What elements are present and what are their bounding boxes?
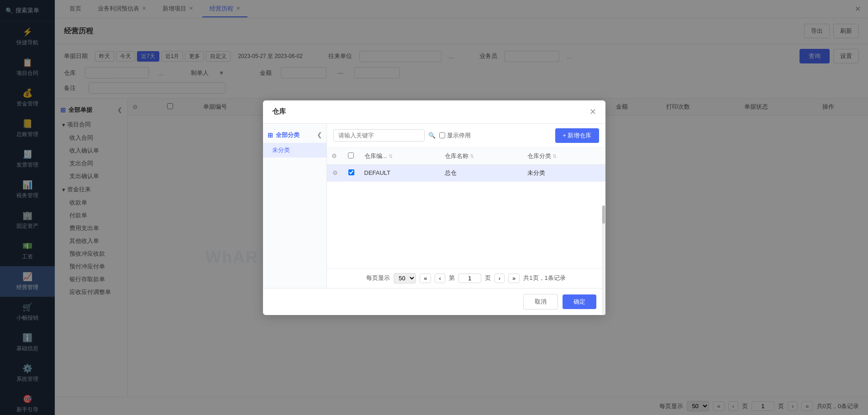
row-name-cell: 总仓 [440,164,523,181]
modal-per-page-select[interactable]: 50 [394,273,416,284]
warehouse-modal: 仓库 ✕ ⊞ 全部分类 ❮ 未分类 🔍 [263,100,605,315]
modal-table-row[interactable]: ⚙ DEFAULT 总仓 未分类 [327,164,605,181]
warehouse-search-input[interactable] [333,129,425,142]
th-warehouse-name-label: 仓库名称 [445,152,468,159]
modal-tree-uncategorized-label: 未分类 [272,147,290,153]
modal-body: ⊞ 全部分类 ❮ 未分类 🔍 显示停用 [263,124,605,288]
modal-content-area: 🔍 显示停用 + 新增仓库 ⚙ [327,124,605,288]
warehouse-search-icon[interactable]: 🔍 [428,132,436,139]
modal-toolbar: 🔍 显示停用 + 新增仓库 [327,124,605,148]
th-warehouse-category[interactable]: 仓库分类 [523,148,605,165]
modal-table-scroll: ⚙ 仓库编... 仓库名称 [327,148,605,182]
modal-tree-all-label: 全部分类 [276,131,300,139]
row-checkbox-cell [343,164,360,181]
row-code-cell: DEFAULT [360,164,440,181]
modal-tree: ⊞ 全部分类 ❮ 未分类 [263,124,327,288]
th-col-checkbox [343,148,360,165]
modal-last-btn[interactable]: » [508,273,520,283]
cancel-button[interactable]: 取消 [523,294,558,310]
modal-next-btn[interactable]: › [494,273,505,283]
modal-title: 仓库 [272,107,286,116]
th-warehouse-category-label: 仓库分类 [527,152,551,159]
show-disabled-label[interactable]: 显示停用 [439,131,471,140]
modal-header: 仓库 ✕ [263,100,605,124]
modal-tree-collapse-icon[interactable]: ❮ [317,131,322,138]
modal-page-label: 第 [449,274,455,282]
row-category-cell: 未分类 [523,164,605,181]
modal-tree-all[interactable]: ⊞ 全部分类 ❮ [263,127,326,143]
modal-page-input[interactable] [458,273,481,283]
col-settings-icon[interactable]: ⚙ [331,152,337,159]
modal-select-all-checkbox[interactable] [348,152,354,158]
modal-search-area: 🔍 显示停用 [333,129,471,142]
th-col-settings: ⚙ [327,148,343,165]
th-warehouse-code-label: 仓库编... [364,152,387,159]
modal-pagination: 每页显示 50 « ‹ 第 页 › » 共1页，1条记录 [327,268,605,288]
modal-total-label: 共1页，1条记录 [523,274,565,282]
modal-first-btn[interactable]: « [420,273,431,283]
modal-tree-uncategorized[interactable]: 未分类 [263,143,326,158]
modal-page-suffix: 页 [485,274,491,282]
show-disabled-checkbox[interactable] [439,132,445,138]
add-warehouse-button[interactable]: + 新增仓库 [555,128,599,143]
row-settings-cell: ⚙ [327,164,343,181]
modal-prev-btn[interactable]: ‹ [435,273,445,283]
show-disabled-text: 显示停用 [447,131,471,140]
grid-small-icon: ⊞ [268,131,273,139]
row-settings-icon[interactable]: ⚙ [332,169,338,176]
modal-table: ⚙ 仓库编... 仓库名称 [327,148,605,268]
confirm-button[interactable]: 确定 [563,294,596,309]
th-warehouse-name[interactable]: 仓库名称 [440,148,523,165]
row-checkbox[interactable] [348,169,354,175]
modal-close-icon[interactable]: ✕ [589,107,596,117]
modal-per-page-label: 每页显示 [366,274,390,282]
modal-footer: 取消 确定 [263,288,605,315]
th-warehouse-code[interactable]: 仓库编... [360,148,440,165]
